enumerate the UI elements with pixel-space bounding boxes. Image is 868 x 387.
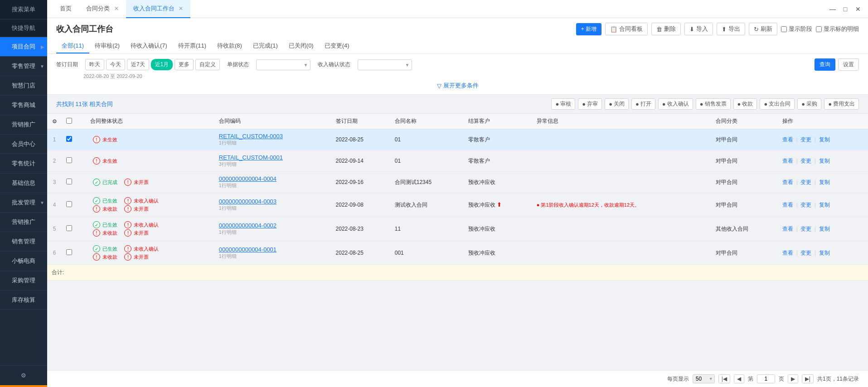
tab-close-contract-type[interactable]: ✕ <box>114 5 119 12</box>
query-btn[interactable]: 查询 <box>815 58 835 71</box>
sidebar-item-xiaochu[interactable]: 小畅电商 <box>0 252 47 271</box>
sidebar-item-sales-mgmt[interactable]: 销售管理 <box>0 232 47 252</box>
page-next[interactable]: ▶ <box>788 374 798 383</box>
op-edit[interactable]: 变更 <box>800 136 811 143</box>
date-btn-last1m[interactable]: 近1月 <box>151 59 173 70</box>
btn-import[interactable]: ⬇ 导入 <box>684 23 713 35</box>
win-close[interactable]: ✕ <box>853 5 863 14</box>
income-confirm-select[interactable] <box>358 59 412 70</box>
tab-close-income-workbench[interactable]: ✕ <box>179 5 183 12</box>
sidebar-item-purchase[interactable]: 采购管理 <box>0 271 47 290</box>
contract-link[interactable]: 0000000000004-0004 <box>219 175 276 182</box>
sidebar-search[interactable]: 搜索菜单 <box>0 0 47 19</box>
contract-link[interactable]: RETAIL_CUSTOM-0001 <box>219 154 283 161</box>
row-checkbox[interactable] <box>62 129 86 150</box>
tbl-btn-out-contract[interactable]: ● 支出合同 <box>760 98 795 110</box>
setting-btn[interactable]: 设置 <box>838 58 859 71</box>
show-detail-checkbox[interactable] <box>816 26 822 32</box>
per-page-select[interactable]: 50 100 <box>693 374 715 383</box>
select-all-checkbox[interactable] <box>66 118 72 124</box>
filter-tab-pending-income-confirm[interactable]: 待收入确认(7) <box>125 39 173 53</box>
op-edit[interactable]: 变更 <box>800 179 811 185</box>
tbl-btn-open[interactable]: ● 打开 <box>631 98 655 110</box>
sidebar-item-mkt-promo2[interactable]: 营销推广 <box>0 213 47 232</box>
op-copy[interactable]: 复制 <box>819 158 830 164</box>
row-checkbox[interactable] <box>62 150 86 172</box>
filter-tab-pending-invoice[interactable]: 待开票(11) <box>173 39 212 53</box>
sidebar-gear[interactable]: ⚙ <box>0 365 47 385</box>
row-checkbox[interactable] <box>62 217 86 241</box>
date-btn-more[interactable]: 更多 <box>175 59 194 70</box>
tbl-btn-close[interactable]: ● 关闭 <box>605 98 629 110</box>
btn-refresh[interactable]: ↻ 刷新 <box>749 23 777 35</box>
date-btn-yesterday[interactable]: 昨天 <box>85 59 104 70</box>
op-edit[interactable]: 变更 <box>800 226 811 232</box>
page-prev[interactable]: ◀ <box>734 374 744 383</box>
sidebar-item-project[interactable]: 项目合同 <box>0 37 47 57</box>
op-copy[interactable]: 复制 <box>819 226 830 232</box>
row-checkbox[interactable] <box>62 172 86 193</box>
sidebar-item-inventory[interactable]: 库存核算 <box>0 290 47 310</box>
sidebar-item-retail-stat[interactable]: 零售统计 <box>0 154 47 174</box>
op-edit[interactable]: 变更 <box>800 202 811 208</box>
op-copy[interactable]: 复制 <box>819 250 830 256</box>
sidebar-item-member[interactable]: 会员中心 <box>0 135 47 154</box>
btn-new[interactable]: + 新增 <box>576 23 601 35</box>
show-stage-checkbox[interactable] <box>781 26 787 32</box>
tbl-btn-abandon[interactable]: ● 弃审 <box>578 98 602 110</box>
filter-tab-all[interactable]: 全部(11) <box>56 39 89 53</box>
op-copy[interactable]: 复制 <box>819 136 830 143</box>
tbl-btn-review[interactable]: ● 审核 <box>551 98 575 110</box>
op-copy[interactable]: 复制 <box>819 179 830 185</box>
page-first[interactable]: |◀ <box>718 374 730 383</box>
tab-income-workbench[interactable]: 收入合同工作台 ✕ <box>126 0 191 18</box>
tbl-btn-payment[interactable]: ● 收款 <box>733 98 757 110</box>
op-edit[interactable]: 变更 <box>800 158 811 164</box>
tbl-btn-expense[interactable]: ● 费用支出 <box>824 98 859 110</box>
date-btn-custom[interactable]: 自定义 <box>195 59 220 70</box>
op-copy[interactable]: 复制 <box>819 202 830 208</box>
date-btn-today[interactable]: 今天 <box>106 59 125 70</box>
tbl-btn-income-confirm[interactable]: ● 收入确认 <box>658 98 693 110</box>
sidebar-item-retail-mgmt[interactable]: 零售管理 <box>0 57 47 76</box>
contract-link[interactable]: 0000000000004-0001 <box>219 246 276 253</box>
sidebar-item-smart-store[interactable]: 智慧门店 <box>0 76 47 96</box>
row-checkbox[interactable] <box>62 241 86 265</box>
filter-tab-completed[interactable]: 已完成(1) <box>247 39 283 53</box>
date-btn-last7d[interactable]: 近7天 <box>127 59 149 70</box>
doc-status-select[interactable] <box>256 59 310 70</box>
page-input[interactable] <box>757 374 775 383</box>
tbl-btn-sales-invoice[interactable]: ● 销售发票 <box>696 98 731 110</box>
op-view[interactable]: 查看 <box>782 136 793 143</box>
sidebar-item-mkt-promo[interactable]: 营销推广 <box>0 115 47 135</box>
filter-tab-pending-payment[interactable]: 待收款(8) <box>212 39 247 53</box>
contract-link[interactable]: 0000000000004-0003 <box>219 198 276 205</box>
win-minimize[interactable]: — <box>828 5 837 14</box>
btn-delete[interactable]: 🗑 删除 <box>651 23 681 35</box>
filter-tab-closed[interactable]: 已关闭(0) <box>283 39 319 53</box>
op-edit[interactable]: 变更 <box>800 250 811 256</box>
op-view[interactable]: 查看 <box>782 179 793 185</box>
tbl-btn-purchase[interactable]: ● 采购 <box>797 98 821 110</box>
filter-tab-pending-review[interactable]: 待审核(2) <box>89 39 125 53</box>
contract-link[interactable]: RETAIL_CUSTOM-0003 <box>219 133 283 140</box>
page-last[interactable]: ▶| <box>802 374 814 383</box>
op-view[interactable]: 查看 <box>782 226 793 232</box>
expand-more-btn[interactable]: ▽ 展开更多条件 <box>437 82 479 90</box>
contract-link[interactable]: 0000000000004-0002 <box>219 222 276 229</box>
filter-tab-changed[interactable]: 已变更(4) <box>319 39 355 53</box>
th-settings[interactable]: ⚙ <box>47 114 62 129</box>
row-checkbox[interactable] <box>62 193 86 217</box>
win-maximize[interactable]: □ <box>841 5 850 14</box>
tab-home[interactable]: 首页 <box>53 0 79 18</box>
btn-export[interactable]: ⬆ 导出 <box>717 23 745 35</box>
tab-contract-type[interactable]: 合同分类 ✕ <box>79 0 126 18</box>
sidebar-item-basic-info[interactable]: 基础信息 <box>0 174 47 193</box>
op-view[interactable]: 查看 <box>782 202 793 208</box>
btn-contract-board[interactable]: 📋 合同看板 <box>605 23 648 35</box>
sidebar-item-wholesale[interactable]: 批发管理 <box>0 193 47 213</box>
sidebar-item-retail-mall[interactable]: 零售商城 <box>0 96 47 115</box>
th-checkbox[interactable] <box>62 114 86 129</box>
op-view[interactable]: 查看 <box>782 250 793 256</box>
op-view[interactable]: 查看 <box>782 158 793 164</box>
